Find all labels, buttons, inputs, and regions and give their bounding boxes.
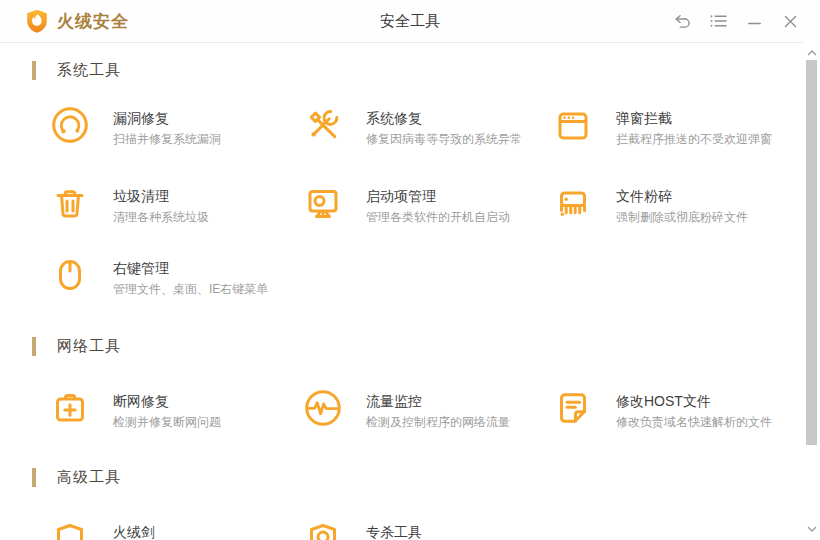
menu-list-icon <box>710 14 727 28</box>
back-button[interactable] <box>664 0 700 42</box>
tool-item-trash-clean[interactable]: 垃圾清理 清理各种系统垃圾 <box>50 183 292 231</box>
section-title: 网络工具 <box>57 337 121 356</box>
tool-title: 断网修复 <box>113 393 169 411</box>
tool-title: 文件粉碎 <box>616 188 672 206</box>
startup-manager-icon <box>303 183 343 223</box>
scroll-down-button[interactable] <box>803 522 820 536</box>
menu-button[interactable] <box>700 0 736 42</box>
tool-desc: 管理各类软件的开机自启动 <box>366 209 510 226</box>
scrollbar[interactable] <box>803 42 820 540</box>
tool-desc: 拦截程序推送的不受欢迎弹窗 <box>616 131 772 148</box>
titlebar: 火绒安全 安全工具 <box>0 0 820 43</box>
tool-item-network-fix[interactable]: 断网修复 检测并修复断网问题 <box>50 388 292 436</box>
section-title: 高级工具 <box>57 468 121 487</box>
tool-item-context-menu[interactable]: 右键管理 管理文件、桌面、IE右键菜单 <box>50 255 292 303</box>
section-accent-bar <box>32 468 36 487</box>
tool-title: 系统修复 <box>366 110 422 128</box>
window-controls <box>664 0 808 42</box>
tool-title: 专杀工具 <box>366 524 422 540</box>
back-icon <box>674 14 691 29</box>
tool-title: 漏洞修复 <box>113 110 169 128</box>
network-fix-icon <box>50 388 90 428</box>
tool-item-system-repair[interactable]: 系统修复 修复因病毒等导致的系统异常 <box>303 105 545 153</box>
tool-item-vulnerability-fix[interactable]: 漏洞修复 扫描并修复系统漏洞 <box>50 105 292 153</box>
host-file-icon <box>553 388 593 428</box>
context-menu-icon <box>50 255 90 295</box>
tool-item-special-killer[interactable]: 专杀工具 <box>303 519 545 540</box>
tool-desc: 强制删除或彻底粉碎文件 <box>616 209 748 226</box>
vulnerability-fix-icon <box>50 105 90 145</box>
tool-desc: 检测并修复断网问题 <box>113 414 221 431</box>
tool-title: 修改HOST文件 <box>616 393 711 411</box>
scrollbar-thumb[interactable] <box>806 60 817 445</box>
tool-title: 右键管理 <box>113 260 169 278</box>
chevron-down-icon <box>807 526 817 532</box>
traffic-monitor-icon <box>303 388 343 428</box>
minimize-icon <box>748 15 761 27</box>
section-header-advanced-tools: 高级工具 <box>32 467 121 487</box>
close-button[interactable] <box>772 0 808 42</box>
tool-item-popup-block[interactable]: 弹窗拦截 拦截程序推送的不受欢迎弹窗 <box>553 105 795 153</box>
chevron-up-icon <box>807 50 817 56</box>
popup-block-icon <box>553 105 593 145</box>
tool-title: 垃圾清理 <box>113 188 169 206</box>
section-accent-bar <box>32 337 36 356</box>
trash-clean-icon <box>50 183 90 223</box>
special-killer-icon <box>303 519 343 540</box>
tool-desc: 修改负责域名快速解析的文件 <box>616 414 772 431</box>
minimize-button[interactable] <box>736 0 772 42</box>
tool-desc: 扫描并修复系统漏洞 <box>113 131 221 148</box>
tool-desc: 修复因病毒等导致的系统异常 <box>366 131 522 148</box>
tool-title: 流量监控 <box>366 393 422 411</box>
file-shredder-icon <box>553 183 593 223</box>
tool-title: 启动项管理 <box>366 188 436 206</box>
tool-title: 弹窗拦截 <box>616 110 672 128</box>
tool-item-traffic-monitor[interactable]: 流量监控 检测及控制程序的网络流量 <box>303 388 545 436</box>
close-icon <box>784 15 797 28</box>
section-title: 系统工具 <box>57 61 121 80</box>
tool-item-host-file[interactable]: 修改HOST文件 修改负责域名快速解析的文件 <box>553 388 795 436</box>
tool-desc: 清理各种系统垃圾 <box>113 209 209 226</box>
huorong-sword-icon <box>50 519 90 540</box>
system-repair-icon <box>303 105 343 145</box>
tool-item-huorong-sword[interactable]: 火绒剑 <box>50 519 292 540</box>
tool-item-startup-manager[interactable]: 启动项管理 管理各类软件的开机自启动 <box>303 183 545 231</box>
section-header-network-tools: 网络工具 <box>32 336 121 356</box>
tool-desc: 检测及控制程序的网络流量 <box>366 414 510 431</box>
section-header-system-tools: 系统工具 <box>32 60 121 80</box>
tool-item-file-shredder[interactable]: 文件粉碎 强制删除或彻底粉碎文件 <box>553 183 795 231</box>
tool-title: 火绒剑 <box>113 524 155 540</box>
section-accent-bar <box>32 61 36 80</box>
tool-desc: 管理文件、桌面、IE右键菜单 <box>113 281 268 298</box>
huorong-security-tools-window: 火绒安全 安全工具 <box>0 0 820 540</box>
scroll-up-button[interactable] <box>803 46 820 60</box>
